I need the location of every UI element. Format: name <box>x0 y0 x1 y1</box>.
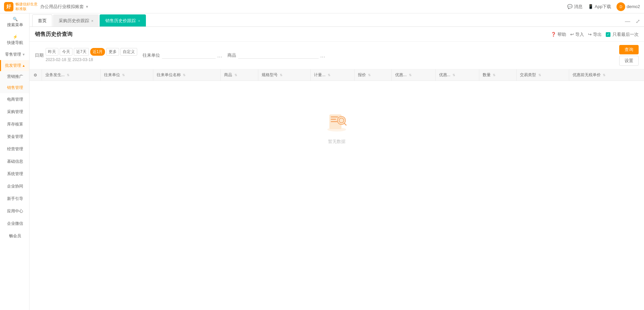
export-icon: ↪ <box>588 32 592 37</box>
col-unit[interactable]: 计量... ⇅ <box>311 69 354 81</box>
message-icon: 💬 <box>567 4 573 9</box>
app-download-btn[interactable]: 📱 App下载 <box>588 4 611 10</box>
product-input[interactable] <box>238 52 319 59</box>
sort-icon-biz-date: ⇅ <box>67 73 69 77</box>
sort-icon-discount2: ⇅ <box>452 73 455 77</box>
date-filter-col: 昨天 今天 近7天 近1月 更多 自定义 2023-02-18 至 2023-0… <box>46 48 137 63</box>
date-range-display: 2023-02-18 至 2023-03-18 <box>46 57 137 63</box>
sidebar-item-inventory[interactable]: 库存核算 <box>0 118 29 131</box>
date-btn-today[interactable]: 今天 <box>60 48 72 56</box>
sidebar-item-operations[interactable]: 经营管理 <box>0 143 29 155</box>
col-partner-name[interactable]: 往来单位名称 ⇅ <box>153 69 221 81</box>
sort-icon-partner-name: ⇅ <box>183 73 185 77</box>
sort-icon-partner-code: ⇅ <box>122 73 125 77</box>
chevron-down-icon[interactable]: ▼ <box>85 5 89 9</box>
sidebar-item-search-menu[interactable]: 🔍 搜索菜单 <box>0 13 29 31</box>
svg-rect-3 <box>331 119 336 120</box>
col-biz-date[interactable]: 业务发生... ⇅ <box>42 69 100 81</box>
col-quantity[interactable]: 数量 ⇅ <box>479 69 517 81</box>
logo-area: 好 畅捷信好生意 标准版 <box>4 2 38 11</box>
sidebar-item-member[interactable]: 畅会员 <box>0 230 29 242</box>
grid-icon: ⚡ <box>13 35 18 39</box>
gear-icon: ⚙ <box>34 73 37 78</box>
svg-rect-2 <box>331 116 338 117</box>
tab-close-sales[interactable]: × <box>138 19 140 23</box>
sidebar-item-wholesale[interactable]: 批发管理 ▲ <box>0 60 29 71</box>
col-trade-type[interactable]: 交易类型 ⇅ <box>517 69 569 81</box>
col-price[interactable]: 报价 ⇅ <box>354 69 392 81</box>
date-btn-7days[interactable]: 近7天 <box>74 48 89 56</box>
partner-input[interactable] <box>162 52 216 59</box>
svg-line-7 <box>344 123 346 125</box>
col-product[interactable]: 商品 ⇅ <box>221 69 258 81</box>
only-last-checkbox[interactable]: ✓ <box>606 32 610 37</box>
tab-bar-right: — ⤢ <box>624 17 641 27</box>
sidebar-sub-marketing[interactable]: 营销推广 <box>0 71 29 82</box>
message-btn[interactable]: 💬 消息 <box>567 4 583 10</box>
svg-rect-4 <box>331 121 337 122</box>
content-area: 首页 采购历史价跟踪 × 销售历史价跟踪 × — ⤢ 销售历史价查询 <box>30 13 644 310</box>
help-btn[interactable]: ❓ 帮助 <box>551 32 566 38</box>
import-btn[interactable]: ↩ 导入 <box>570 32 584 38</box>
page-header: 销售历史价查询 ❓ 帮助 ↩ 导入 ↪ 导出 ✓ <box>30 27 644 42</box>
app-title: 办公用品行业模拟账套 ▼ <box>40 4 89 10</box>
sidebar-item-apps[interactable]: 应用中心 <box>0 205 29 217</box>
tab-sales-history[interactable]: 销售历史价跟踪 × <box>100 14 146 27</box>
table-wrapper: ⚙ 业务发生... ⇅ 往来单位 ⇅ 往来单位名称 <box>30 69 644 171</box>
partner-dots[interactable]: ... <box>217 52 222 59</box>
topbar-right: 💬 消息 📱 App下载 D demo2 <box>567 2 640 11</box>
product-filter: 商品 ... <box>227 52 325 59</box>
sidebar-item-system[interactable]: 系统管理 <box>0 168 29 180</box>
sidebar-item-finance[interactable]: 资金管理 <box>0 131 29 143</box>
page-content: 销售历史价查询 ❓ 帮助 ↩ 导入 ↪ 导出 ✓ <box>30 27 644 310</box>
sidebar-item-retail[interactable]: 零售管理 ▼ <box>0 49 29 60</box>
table-header-row: ⚙ 业务发生... ⇅ 往来单位 ⇅ 往来单位名称 <box>30 69 644 81</box>
export-btn[interactable]: ↪ 导出 <box>588 32 602 38</box>
sidebar-item-quick-nav[interactable]: ⚡ 快捷导航 <box>0 31 29 49</box>
col-pretax-price[interactable]: 优惠前无税单价 ⇅ <box>569 69 644 81</box>
partner-input-group: ... <box>162 52 222 59</box>
partner-filter: 往来单位 ... <box>143 52 222 59</box>
chevron-down-icon: ▼ <box>22 53 25 56</box>
col-gear[interactable]: ⚙ <box>30 69 42 81</box>
phone-icon: 📱 <box>588 4 593 9</box>
product-dots[interactable]: ... <box>320 52 325 59</box>
sidebar-item-purchase[interactable]: 采购管理 <box>0 106 29 118</box>
date-btn-1month[interactable]: 近1月 <box>90 48 105 56</box>
search-icon: 🔍 <box>13 17 18 21</box>
sidebar-item-ecommerce[interactable]: 电商管理 <box>0 93 29 106</box>
tab-home[interactable]: 首页 <box>32 14 52 27</box>
sidebar-item-wechat[interactable]: 企业微信 <box>0 217 29 230</box>
col-discount1[interactable]: 优惠... ⇅ <box>392 69 435 81</box>
col-partner-code[interactable]: 往来单位 ⇅ <box>100 69 153 81</box>
search-btn[interactable]: 查询 <box>619 45 639 54</box>
sidebar: 🔍 搜索菜单 ⚡ 快捷导航 零售管理 ▼ 批发管理 ▲ 营销推广 销售管理 电商… <box>0 13 30 310</box>
user-menu[interactable]: D demo2 <box>616 2 640 11</box>
col-spec[interactable]: 规格型号 ⇅ <box>258 69 311 81</box>
empty-text: 暂无数据 <box>328 139 345 145</box>
chevron-up-icon: ▲ <box>22 64 25 67</box>
only-last-checkbox-area[interactable]: ✓ 只看最后一次 <box>606 32 639 38</box>
sidebar-item-enterprise[interactable]: 企业协同 <box>0 180 29 193</box>
sort-icon-price: ⇅ <box>368 73 371 77</box>
empty-icon <box>323 108 350 135</box>
date-btn-more[interactable]: 更多 <box>106 48 119 56</box>
sidebar-item-guide[interactable]: 新手引导 <box>0 193 29 205</box>
tab-purchase-history[interactable]: 采购历史价跟踪 × <box>53 14 99 27</box>
tab-maximize-btn[interactable]: ⤢ <box>634 17 641 25</box>
col-discount2[interactable]: 优惠... ⇅ <box>435 69 479 81</box>
sidebar-item-basic-info[interactable]: 基础信息 <box>0 155 29 168</box>
tab-minimize-btn[interactable]: — <box>624 18 632 25</box>
sort-icon-discount1: ⇅ <box>409 73 412 77</box>
sort-icon-quantity: ⇅ <box>493 73 495 77</box>
action-buttons: 查询 设置 <box>619 45 639 66</box>
sidebar-sub-sales-mgmt[interactable]: 销售管理 <box>0 82 29 93</box>
setting-btn[interactable]: 设置 <box>619 56 639 66</box>
product-input-group: ... <box>238 52 325 59</box>
tab-close-purchase[interactable]: × <box>91 19 93 23</box>
logo-text: 畅捷信好生意 标准版 <box>15 2 38 11</box>
data-table: ⚙ 业务发生... ⇅ 往来单位 ⇅ 往来单位名称 <box>30 69 644 81</box>
date-btn-custom[interactable]: 自定义 <box>120 48 137 56</box>
tab-bar: 首页 采购历史价跟踪 × 销售历史价跟踪 × — ⤢ <box>30 13 644 27</box>
date-btn-yesterday[interactable]: 昨天 <box>46 48 58 56</box>
